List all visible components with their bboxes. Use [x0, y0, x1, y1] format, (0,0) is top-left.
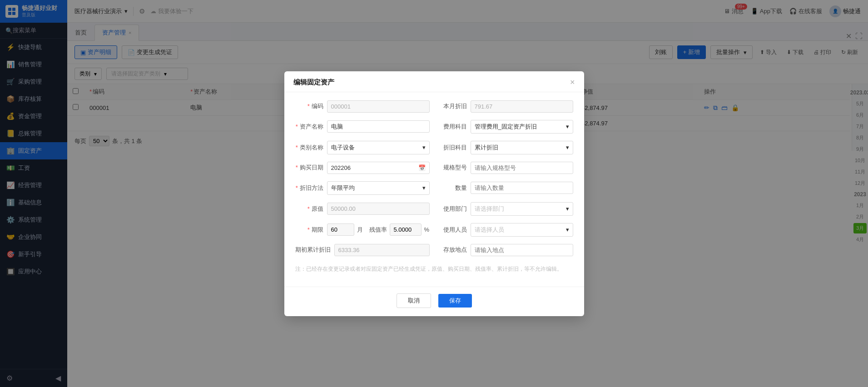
monthly-depreciation-field: 本月折旧 document.querySelector('[data-name=…	[439, 100, 573, 113]
calendar-icon: 📅	[418, 164, 426, 171]
expense-account-select[interactable]: 管理费用_固定资产折旧 ▾	[471, 120, 573, 134]
dep-method-chevron: ▾	[422, 184, 426, 191]
spec-field: 规格型号	[439, 162, 573, 174]
period-unit: 月	[357, 226, 363, 234]
purchase-date-value: 202206	[331, 164, 351, 171]
user-placeholder: 请选择人员	[475, 226, 504, 234]
modal-title: 编辑固定资产	[293, 78, 334, 87]
spec-input[interactable]	[471, 162, 573, 174]
location-label: 存放地点	[439, 246, 471, 254]
quantity-input[interactable]	[471, 182, 573, 194]
user-field: 使用人员 请选择人员 ▾	[439, 223, 573, 237]
dep-account-chevron: ▾	[566, 144, 569, 151]
dep-account-value: 累计折旧	[475, 144, 498, 152]
period-row: 月 残值率 %	[327, 223, 430, 236]
cancel-button[interactable]: 取消	[397, 293, 431, 308]
location-field: 存放地点	[439, 244, 573, 256]
modal-note: 注：已经存在变更记录或者对应固定资产已经生成凭证，原值、购买日期、残值率、累计折…	[295, 263, 573, 277]
residual-unit: %	[424, 226, 430, 233]
initial-dep-field: 期初累计折旧	[295, 244, 430, 256]
dep-method-field: * 折旧方法 年限平均 ▾	[295, 181, 430, 195]
initial-dep-input[interactable]	[334, 244, 430, 256]
dep-account-label: 折旧科目	[439, 144, 471, 152]
department-label: 使用部门	[439, 205, 471, 213]
user-label: 使用人员	[439, 226, 471, 234]
modal-row-5: * 折旧方法 年限平均 ▾ 数量	[295, 181, 573, 195]
modal-overlay[interactable]: 编辑固定资产 × * 编码 document.querySelector('[d…	[0, 0, 868, 387]
user-chevron: ▾	[566, 226, 569, 233]
period-label: * 期限	[295, 226, 327, 234]
modal-row-7: * 期限 月 残值率 % 使用人员	[295, 223, 573, 237]
edit-asset-modal: 编辑固定资产 × * 编码 document.querySelector('[d…	[284, 71, 584, 316]
depreciation-account-field: 折旧科目 累计折旧 ▾	[439, 141, 573, 154]
original-value-field: * 原值	[295, 203, 430, 215]
original-value-input[interactable]	[327, 203, 430, 215]
purchase-date-field: * 购买日期 202206 📅	[295, 162, 430, 174]
residual-rate-input[interactable]	[390, 223, 422, 236]
monthly-depreciation-input	[471, 100, 573, 113]
expense-account-field: 费用科目 管理费用_固定资产折旧 ▾	[439, 120, 573, 134]
location-input[interactable]	[471, 244, 573, 256]
asset-name-input[interactable]	[327, 120, 430, 133]
purchase-date-input[interactable]: 202206 📅	[327, 162, 430, 174]
expense-account-value: 管理费用_固定资产折旧	[475, 123, 537, 131]
modal-row-3: * 类别名称 电子设备 ▾ 折旧科目 累计折旧 ▾	[295, 141, 573, 154]
user-select[interactable]: 请选择人员 ▾	[471, 223, 573, 237]
modal-row-4: * 购买日期 202206 📅 规格型号	[295, 162, 573, 174]
category-chevron-icon: ▾	[422, 144, 426, 151]
dep-method-value: 年限平均	[331, 184, 355, 192]
code-field: * 编码 document.querySelector('[data-name=…	[295, 100, 430, 113]
modal-row-2: * 资产名称 费用科目 管理费用_固定资产折旧 ▾	[295, 120, 573, 134]
asset-name-field: * 资产名称	[295, 120, 430, 133]
modal-footer: 取消 保存	[284, 287, 584, 316]
original-value-label: * 原值	[295, 205, 327, 213]
dep-method-label: * 折旧方法	[295, 184, 327, 192]
initial-dep-label: 期初累计折旧	[295, 246, 334, 254]
save-button[interactable]: 保存	[438, 294, 472, 308]
category-value: 电子设备	[331, 144, 355, 152]
period-field: * 期限 月 残值率 %	[295, 223, 430, 236]
department-placeholder: 请选择部门	[475, 205, 504, 213]
category-select[interactable]: 电子设备 ▾	[327, 141, 430, 154]
residual-rate-label: 残值率	[369, 226, 387, 234]
code-label: * 编码	[295, 102, 327, 110]
spec-label: 规格型号	[439, 164, 471, 172]
expense-account-label: 费用科目	[439, 123, 471, 131]
category-modal-label: * 类别名称	[295, 144, 327, 152]
quantity-label: 数量	[439, 184, 471, 192]
modal-body: * 编码 document.querySelector('[data-name=…	[284, 92, 584, 287]
purchase-date-label: * 购买日期	[295, 164, 327, 172]
modal-row-6: * 原值 使用部门 请选择部门 ▾	[295, 202, 573, 216]
category-field: * 类别名称 电子设备 ▾	[295, 141, 430, 154]
department-field: 使用部门 请选择部门 ▾	[439, 202, 573, 216]
modal-close-button[interactable]: ×	[570, 78, 575, 87]
modal-header: 编辑固定资产 ×	[284, 71, 584, 92]
asset-name-label: * 资产名称	[295, 123, 327, 131]
department-select[interactable]: 请选择部门 ▾	[471, 202, 573, 216]
quantity-field: 数量	[439, 182, 573, 194]
depreciation-account-select[interactable]: 累计折旧 ▾	[471, 141, 573, 154]
monthly-dep-label: 本月折旧	[439, 102, 471, 110]
expense-account-chevron: ▾	[566, 123, 569, 130]
modal-row-1: * 编码 document.querySelector('[data-name=…	[295, 100, 573, 113]
dep-method-select[interactable]: 年限平均 ▾	[327, 181, 430, 195]
period-input[interactable]	[327, 223, 354, 236]
code-input[interactable]	[327, 100, 430, 113]
department-chevron: ▾	[566, 205, 569, 212]
modal-row-8: 期初累计折旧 存放地点	[295, 244, 573, 256]
